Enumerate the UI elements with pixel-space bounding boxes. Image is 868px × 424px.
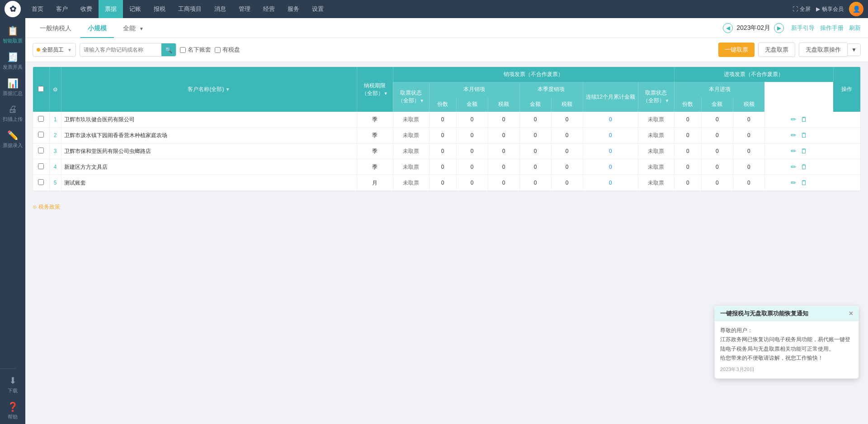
nav-home[interactable]: 首页 (25, 0, 50, 18)
sales-12month-link[interactable]: 0 (609, 148, 612, 154)
tax-policy-link[interactable]: ⊙ 税务政策 (33, 204, 60, 210)
row-purchase-month-count: 0 (674, 175, 701, 191)
fullscreen-button[interactable]: ⛶ 全屏 (793, 5, 811, 13)
toolbar: 全部员工 ▼ 🔍 名下账套 有税盘 一键取票 无盘取票 无盘取票操作 ▼ (25, 38, 868, 62)
row-sales-status: 未取票 (393, 159, 429, 175)
row-sales-month-amount: 0 (456, 159, 488, 175)
one-key-ticket-button[interactable]: 一键取票 (718, 43, 755, 57)
member-label: 畅享会员 (822, 5, 844, 13)
user-avatar[interactable]: 👤 (849, 2, 863, 16)
th-filter-customer[interactable]: ▼ (226, 87, 230, 92)
search-input[interactable] (80, 47, 161, 53)
row-checkbox[interactable] (38, 116, 44, 122)
next-month-button[interactable]: ▶ (774, 23, 784, 33)
sales-12month-link[interactable]: 0 (609, 164, 612, 170)
edit-action-icon[interactable]: ✏ (791, 179, 797, 186)
th-purchase-month-count: 份数 (674, 97, 701, 112)
manual-button[interactable]: 操作手册 (820, 24, 844, 32)
row-seq: 3 (49, 143, 61, 159)
nav-settings[interactable]: 设置 (306, 0, 330, 18)
row-name: 测试账套 (61, 175, 357, 191)
row-sales-12month: 0 (583, 112, 638, 128)
sidebar-item-smart-ticket[interactable]: 📋 智能取票 (0, 22, 25, 48)
th-filter-purchase-status[interactable]: ▼ (665, 98, 669, 103)
tab-general-taxpayer[interactable]: 一般纳税人 (33, 18, 79, 38)
row-sales-12month: 0 (583, 159, 638, 175)
sales-12month-link[interactable]: 0 (609, 116, 612, 123)
sidebar-label-invoice-summary: 票据汇总 (3, 90, 23, 97)
invoice-table: ⚙ 客户名称(全部) ▼ 纳税期限（全部）▼ 销项发票（不合作废票） 进项发票（… (33, 67, 860, 191)
edit-action-icon[interactable]: ✏ (791, 147, 797, 155)
row-sales-month-tax: 0 (488, 159, 519, 175)
row-purchase-month-tax: 0 (733, 159, 764, 175)
sales-12month-link[interactable]: 0 (609, 180, 612, 186)
search-button[interactable]: 🔍 (161, 43, 176, 57)
row-sales-status: 未取票 (393, 175, 429, 191)
edit-action-icon[interactable]: ✏ (791, 115, 797, 123)
sidebar-item-help[interactable]: ❓ 帮助 (0, 398, 25, 424)
row-period: 季 (357, 159, 393, 175)
th-checkbox (33, 67, 49, 112)
edit-action-icon[interactable]: ✏ (791, 131, 797, 139)
no-disk-ops-button[interactable]: 无盘取票操作 (799, 43, 847, 57)
row-checkbox-cell (33, 175, 49, 191)
table-row: 3 卫辉市保和堂医药有限公司虫螂路店 季 未取票 0 0 0 0 0 0 未取票… (33, 143, 860, 159)
row-checkbox[interactable] (38, 179, 44, 185)
edit-action-icon[interactable]: ✏ (791, 163, 797, 171)
employee-filter[interactable]: 全部员工 ▼ (33, 43, 76, 57)
nav-operation[interactable]: 经营 (257, 0, 281, 18)
th-filter-sales-status[interactable]: ▼ (420, 98, 424, 103)
nav-message[interactable]: 消息 (208, 0, 232, 18)
tab-small-scale[interactable]: 小规模 (80, 18, 114, 38)
prev-month-button[interactable]: ◀ (723, 23, 733, 33)
row-sales-12month: 0 (583, 128, 638, 143)
sidebar-item-download[interactable]: ⬇ 下载 (0, 372, 25, 398)
settings-icon[interactable]: ⚙ (53, 86, 58, 93)
select-all-checkbox[interactable] (38, 86, 44, 92)
tab-all[interactable]: 全能 ▼ (116, 18, 151, 38)
row-actions: ✏ 🗒 (764, 112, 833, 128)
nav-customer[interactable]: 客户 (50, 0, 74, 18)
row-checkbox-cell (33, 128, 49, 143)
sidebar-item-invoice-entry[interactable]: ✏️ 票据录入 (0, 126, 25, 152)
view-action-icon[interactable]: 🗒 (801, 147, 807, 155)
play-icon: ▶ (816, 6, 820, 12)
sidebar-item-invoice-open[interactable]: 🧾 发票开具 (0, 48, 25, 74)
sidebar-item-invoice-summary[interactable]: 📊 票据汇总 (0, 74, 25, 100)
view-action-icon[interactable]: 🗒 (801, 163, 807, 171)
view-action-icon[interactable]: 🗒 (801, 131, 807, 139)
view-action-icon[interactable]: 🗒 (801, 115, 807, 123)
sales-12month-link[interactable]: 0 (609, 132, 612, 138)
guide-button[interactable]: 新手引导 (791, 24, 815, 32)
row-checkbox[interactable] (38, 148, 44, 153)
row-checkbox[interactable] (38, 132, 44, 138)
no-disk-ops-arrow[interactable]: ▼ (847, 43, 861, 56)
refresh-button[interactable]: 刷新 (849, 24, 861, 32)
nav-manage[interactable]: 管理 (232, 0, 257, 18)
sub-tabs-bar: 一般纳税人 小规模 全能 ▼ ◀ 2023年02月 ▶ 新手引导 操作手册 刷新 (25, 18, 868, 38)
invoice-open-icon: 🧾 (7, 52, 19, 62)
no-disk-ticket-button[interactable]: 无盘取票 (758, 43, 795, 57)
table-wrap: ⚙ 客户名称(全部) ▼ 纳税期限（全部）▼ 销项发票（不合作废票） 进项发票（… (25, 67, 868, 199)
th-filter-period[interactable]: ▼ (383, 91, 388, 96)
nav-tax[interactable]: 报税 (147, 0, 172, 18)
member-button[interactable]: ▶ 畅享会员 (816, 5, 844, 13)
row-sales-quarter-amount: 0 (519, 159, 551, 175)
checkbox-own-accounts-input[interactable] (180, 47, 186, 53)
nav-business[interactable]: 工商项目 (172, 0, 208, 18)
checkbox-has-tax-disk[interactable]: 有税盘 (215, 46, 240, 54)
checkbox-own-accounts-label: 名下账套 (188, 46, 211, 54)
nav-fee[interactable]: 收费 (74, 0, 99, 18)
checkbox-has-tax-disk-input[interactable] (215, 47, 221, 53)
row-checkbox[interactable] (38, 163, 44, 169)
view-action-icon[interactable]: 🗒 (801, 179, 807, 186)
checkbox-own-accounts[interactable]: 名下账套 (180, 46, 211, 54)
th-purchase-month: 本月进项 (674, 82, 764, 97)
nav-invoice[interactable]: 票据 (99, 0, 123, 18)
nav-service[interactable]: 服务 (281, 0, 306, 18)
row-sales-month-amount: 0 (456, 128, 488, 143)
sidebar-item-scan-upload[interactable]: 🖨 扫描上传 (0, 100, 25, 126)
nav-bookkeeping[interactable]: 记账 (123, 0, 147, 18)
logo: ✿ (5, 1, 21, 17)
notification-close-button[interactable]: × (849, 310, 853, 318)
